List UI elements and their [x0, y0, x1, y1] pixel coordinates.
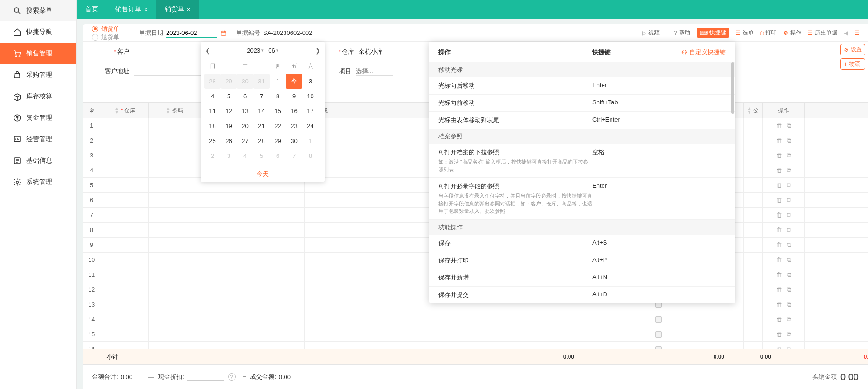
- calendar-day[interactable]: 30: [286, 133, 302, 148]
- calendar-day[interactable]: 29: [270, 133, 286, 148]
- cell[interactable]: [305, 282, 336, 297]
- row-number[interactable]: 15: [83, 327, 101, 341]
- cell[interactable]: [149, 238, 201, 252]
- toolbar-menu-icon[interactable]: ☰: [854, 30, 860, 36]
- tab-1[interactable]: 销售订单×: [107, 0, 156, 19]
- delete-icon[interactable]: 🗑: [776, 137, 782, 144]
- toolbar-history[interactable]: ☰历史单据: [808, 29, 837, 37]
- cell[interactable]: [201, 282, 254, 297]
- calendar-day[interactable]: 26: [221, 133, 237, 148]
- calendar-next-icon[interactable]: ❯: [311, 42, 325, 59]
- calendar-day[interactable]: 19: [221, 118, 237, 133]
- cell[interactable]: [305, 312, 336, 327]
- cell[interactable]: [305, 208, 336, 222]
- cell[interactable]: [305, 267, 336, 282]
- cell[interactable]: [254, 297, 305, 312]
- delete-icon[interactable]: 🗑: [776, 212, 782, 219]
- calendar-day[interactable]: 4: [237, 148, 253, 163]
- cell[interactable]: [149, 148, 201, 163]
- row-number[interactable]: 13: [83, 297, 101, 312]
- calendar-day[interactable]: 29: [221, 74, 237, 89]
- row-actions[interactable]: 🗑⧉: [763, 178, 805, 192]
- checkbox[interactable]: [655, 331, 662, 338]
- copy-icon[interactable]: ⧉: [787, 212, 791, 219]
- cell[interactable]: [149, 342, 201, 349]
- cell[interactable]: [744, 193, 763, 207]
- discount-input[interactable]: [187, 373, 224, 381]
- cell[interactable]: [254, 238, 305, 252]
- sidebar-item-8[interactable]: 系统管理: [0, 171, 76, 193]
- cell[interactable]: [101, 238, 149, 252]
- row-number[interactable]: 4: [83, 163, 101, 177]
- cell[interactable]: [149, 327, 201, 341]
- row-actions[interactable]: 🗑⧉: [763, 163, 805, 177]
- calendar-day[interactable]: 2: [204, 148, 221, 163]
- cell[interactable]: [336, 327, 630, 341]
- cell[interactable]: [101, 178, 149, 192]
- cell[interactable]: [201, 253, 254, 267]
- cell[interactable]: [305, 238, 336, 252]
- row-actions[interactable]: 🗑⧉: [763, 148, 805, 163]
- cell[interactable]: [101, 297, 149, 312]
- calendar-day[interactable]: 8: [302, 148, 319, 163]
- copy-icon[interactable]: ⧉: [787, 271, 791, 279]
- row-number[interactable]: 2: [83, 133, 101, 148]
- row-number[interactable]: 16: [83, 342, 101, 349]
- cell[interactable]: [254, 267, 305, 282]
- cell[interactable]: [254, 327, 305, 341]
- cell[interactable]: [744, 282, 763, 297]
- copy-icon[interactable]: ⧉: [787, 182, 791, 189]
- col-head-2[interactable]: ▲▼条码: [149, 103, 201, 118]
- cell[interactable]: [305, 297, 336, 312]
- cell[interactable]: [149, 253, 201, 267]
- cell[interactable]: [254, 223, 305, 237]
- delete-icon[interactable]: 🗑: [776, 167, 782, 174]
- calendar-day[interactable]: 7: [286, 148, 302, 163]
- toolbar-print[interactable]: ⎙打印: [760, 29, 777, 37]
- checkbox[interactable]: [655, 316, 662, 323]
- cell[interactable]: [101, 327, 149, 341]
- calendar-today-button[interactable]: 今天: [201, 166, 325, 182]
- col-head-0[interactable]: ⚙: [83, 103, 101, 118]
- row-actions[interactable]: 🗑⧉: [763, 118, 805, 133]
- cell[interactable]: [254, 312, 305, 327]
- cell[interactable]: [254, 282, 305, 297]
- row-actions[interactable]: 🗑⧉: [763, 267, 805, 282]
- calendar-day[interactable]: 11: [204, 103, 221, 118]
- copy-icon[interactable]: ⧉: [787, 286, 791, 293]
- cell[interactable]: [254, 193, 305, 207]
- calendar-day[interactable]: 20: [237, 118, 253, 133]
- cell[interactable]: [201, 297, 254, 312]
- cell[interactable]: [254, 208, 305, 222]
- row-number[interactable]: 11: [83, 267, 101, 282]
- calendar-day[interactable]: 4: [204, 89, 221, 103]
- cell[interactable]: [149, 267, 201, 282]
- gift-checkbox-cell[interactable]: [630, 342, 687, 349]
- cell[interactable]: [149, 193, 201, 207]
- row-number[interactable]: 9: [83, 238, 101, 252]
- calendar-day[interactable]: 10: [302, 89, 319, 103]
- delete-icon[interactable]: 🗑: [776, 197, 782, 204]
- calendar-day[interactable]: 3: [221, 148, 237, 163]
- cell[interactable]: [744, 238, 763, 252]
- sidebar-item-6[interactable]: 经营管理: [0, 129, 76, 150]
- delete-icon[interactable]: 🗑: [776, 182, 782, 189]
- hotkey-custom-button[interactable]: 自定义快捷键: [681, 48, 726, 56]
- cell[interactable]: [744, 148, 763, 163]
- row-actions[interactable]: 🗑⧉: [763, 223, 805, 237]
- cell[interactable]: [744, 297, 763, 312]
- cell[interactable]: [201, 327, 254, 341]
- sidebar-item-1[interactable]: 快捷导航: [0, 21, 76, 43]
- cell[interactable]: [101, 282, 149, 297]
- cell[interactable]: [744, 208, 763, 222]
- cell[interactable]: [149, 118, 201, 133]
- cell[interactable]: [687, 342, 744, 349]
- calendar-day[interactable]: 8: [270, 89, 286, 103]
- calendar-day[interactable]: 13: [237, 103, 253, 118]
- cell[interactable]: [744, 327, 763, 341]
- cell[interactable]: [149, 133, 201, 148]
- toolbar-video[interactable]: ▷视频: [642, 29, 660, 37]
- cell[interactable]: [744, 118, 763, 133]
- cell[interactable]: [149, 163, 201, 177]
- cell[interactable]: [201, 312, 254, 327]
